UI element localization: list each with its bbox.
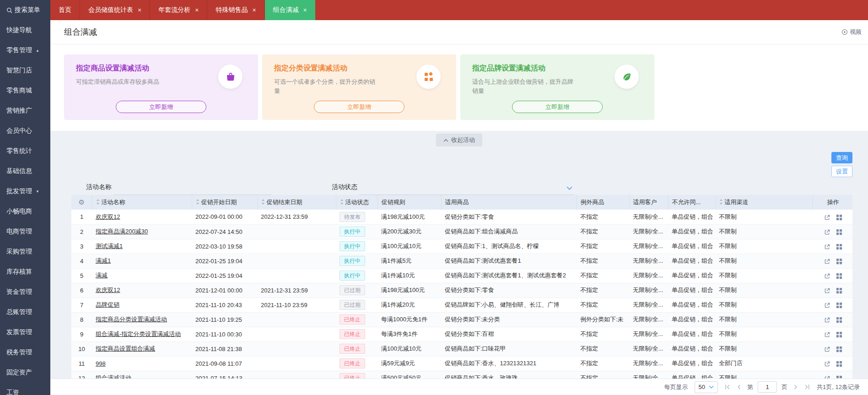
sidebar-item[interactable]: 小畅电商 xyxy=(0,201,50,222)
sidebar-item[interactable]: 税务管理 xyxy=(0,342,50,363)
sidebar-item[interactable]: 智慧门店 xyxy=(0,60,50,81)
grid-icon[interactable] xyxy=(836,214,842,221)
activity-name-link[interactable]: 欢庆双12 xyxy=(96,287,120,293)
activity-name-link[interactable]: 组合满减-指定分类设置满减活动 xyxy=(96,330,181,337)
status-badge: 执行中 xyxy=(340,241,365,251)
column-header-num[interactable]: ⚙ xyxy=(71,195,92,210)
export-icon[interactable] xyxy=(824,258,830,265)
sidebar-item[interactable]: 库存核算 xyxy=(0,262,50,282)
sidebar-item[interactable]: 会员中心 xyxy=(0,121,50,141)
collapse-activities-button[interactable]: 收起活动 xyxy=(436,134,482,146)
activity-name-link[interactable]: 欢庆双12 xyxy=(96,213,120,220)
tab-item[interactable]: 年套流分析× xyxy=(150,0,207,20)
activity-status-input[interactable] xyxy=(359,181,574,195)
add-now-button[interactable]: 立即新增 xyxy=(512,101,603,113)
column-header-status[interactable]: 活动状态 xyxy=(336,195,377,210)
export-icon[interactable] xyxy=(824,346,830,352)
column-header-name[interactable]: 活动名称 xyxy=(92,195,192,210)
tab-item[interactable]: 首页 xyxy=(50,0,80,20)
first-page-button[interactable] xyxy=(724,384,731,390)
activity-name-link[interactable]: 指定商品满200减30 xyxy=(96,228,148,235)
sidebar-item[interactable]: 总账管理 xyxy=(0,302,50,322)
activity-name-link[interactable]: 指定商品设置组合满减 xyxy=(96,345,155,352)
gear-icon[interactable]: ⚙ xyxy=(79,198,85,206)
tab-active[interactable]: 组合满减× xyxy=(265,0,315,20)
activity-name-link[interactable]: 满减1 xyxy=(96,257,111,264)
activity-name-link[interactable]: 998 xyxy=(96,360,106,367)
tab-item[interactable]: 特殊销售品× xyxy=(207,0,264,20)
search-button[interactable]: 查询 xyxy=(831,152,852,163)
grid-icon[interactable] xyxy=(836,331,842,338)
table-header-row: ⚙活动名称促销开始日期促销结束日期活动状态促销规则适用商品例外商品适用客户不允许… xyxy=(71,195,852,210)
activity-name-link[interactable]: 测试满减1 xyxy=(96,243,123,249)
video-link[interactable]: 视频 xyxy=(841,28,862,36)
activity-name-link[interactable]: 组合满减活动 xyxy=(96,374,131,379)
grid-icon[interactable] xyxy=(836,229,842,235)
column-header-channel[interactable]: 适用渠道 xyxy=(715,195,812,210)
export-icon[interactable] xyxy=(824,302,830,308)
prev-page-button[interactable] xyxy=(736,384,743,390)
sidebar-item[interactable]: 营销推广 xyxy=(0,101,50,121)
grid-icon[interactable] xyxy=(836,287,842,294)
activity-name-link[interactable]: 品牌促销 xyxy=(96,301,119,308)
cell-activity-name: 满减 xyxy=(92,268,192,283)
last-page-button[interactable] xyxy=(803,384,810,390)
close-tab-icon[interactable]: × xyxy=(138,7,141,13)
export-icon[interactable] xyxy=(824,375,830,379)
export-icon[interactable] xyxy=(824,331,830,338)
sidebar-item[interactable]: 批发管理▼ xyxy=(0,181,50,201)
sidebar-item[interactable]: 工资 xyxy=(0,383,50,395)
table-row: 4满减12022-01-25 19:04执行中满1件减5元促销商品如下:测试优惠… xyxy=(71,254,852,268)
grid-icon[interactable] xyxy=(836,375,842,379)
sort-icon[interactable] xyxy=(340,199,344,205)
sidebar-item[interactable]: 采购管理 xyxy=(0,242,50,262)
close-tab-icon[interactable]: × xyxy=(252,7,256,13)
export-icon[interactable] xyxy=(824,361,830,367)
sidebar-item[interactable]: 发票管理 xyxy=(0,322,50,342)
export-icon[interactable] xyxy=(824,214,830,221)
page-size-select[interactable]: 50 xyxy=(695,381,718,393)
export-icon[interactable] xyxy=(824,229,830,235)
sort-icon[interactable] xyxy=(196,199,199,205)
grid-icon[interactable] xyxy=(836,346,842,352)
sidebar-item[interactable]: 固定资产 xyxy=(0,363,50,383)
activity-status-select[interactable] xyxy=(359,181,574,195)
export-icon[interactable] xyxy=(824,243,830,250)
grid-icon[interactable] xyxy=(836,361,842,367)
close-tab-icon[interactable]: × xyxy=(195,7,199,13)
cell-channel: 不限制 xyxy=(715,239,812,254)
close-tab-icon[interactable]: × xyxy=(303,7,307,13)
add-now-button[interactable]: 立即新增 xyxy=(314,101,404,113)
activity-name-link[interactable]: 指定商品分类设置满减活动 xyxy=(96,316,167,323)
activity-name-link[interactable]: 满减 xyxy=(96,272,108,279)
sidebar-item[interactable]: 快捷导航 xyxy=(0,20,50,40)
grid-icon[interactable] xyxy=(836,317,842,323)
add-now-button[interactable]: 立即新增 xyxy=(116,101,206,113)
grid-icon[interactable] xyxy=(836,273,842,279)
activity-name-input[interactable] xyxy=(113,181,271,195)
sort-icon[interactable] xyxy=(96,199,100,205)
export-icon[interactable] xyxy=(824,287,830,294)
column-header-start[interactable]: 促销开始日期 xyxy=(192,195,257,210)
sort-icon[interactable] xyxy=(719,199,723,205)
export-icon[interactable] xyxy=(824,273,830,279)
grid-icon[interactable] xyxy=(836,302,842,308)
tab-item[interactable]: 会员储值统计表× xyxy=(80,0,150,20)
next-page-button[interactable] xyxy=(792,384,799,390)
export-icon[interactable] xyxy=(824,317,830,323)
sidebar-item[interactable]: 基础信息 xyxy=(0,161,50,181)
sidebar-item[interactable]: 零售统计 xyxy=(0,141,50,161)
grid-icon[interactable] xyxy=(836,243,842,250)
sidebar-item[interactable]: 搜索菜单 xyxy=(0,0,50,20)
sidebar-item[interactable]: 电商管理 xyxy=(0,222,50,242)
sidebar-item[interactable]: 资金管理 xyxy=(0,282,50,302)
sidebar-item[interactable]: 零售管理▲ xyxy=(0,40,50,60)
page-input[interactable] xyxy=(758,381,777,393)
column-header-end[interactable]: 促销结束日期 xyxy=(257,195,336,210)
sidebar-item[interactable]: 零售商城 xyxy=(0,81,50,101)
cell-row-number: 12 xyxy=(71,371,92,379)
sort-icon[interactable] xyxy=(261,199,265,205)
settings-button[interactable]: 设置 xyxy=(831,166,852,177)
sidebar-item-label: 工资 xyxy=(6,389,19,395)
grid-icon[interactable] xyxy=(836,258,842,265)
